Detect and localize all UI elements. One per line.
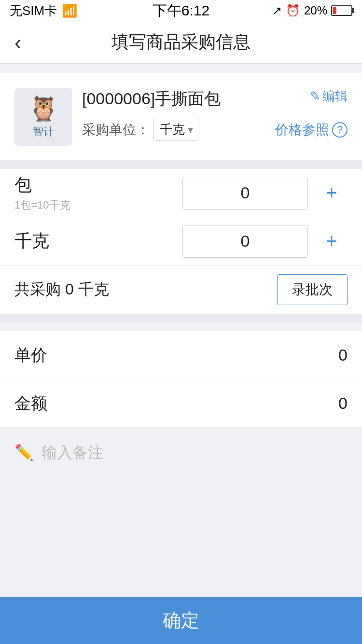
edit-label: 编辑	[322, 88, 348, 105]
status-left: 无SIM卡 📶	[10, 2, 77, 19]
page-title: 填写商品采购信息	[111, 30, 251, 54]
kg-label-group: 千克	[14, 229, 82, 253]
status-bar: 无SIM卡 📶 下午6:12 ↗ ⏰ 20%	[0, 0, 362, 21]
total-label: 共采购 0 千克	[14, 279, 109, 300]
battery-icon	[331, 5, 352, 16]
product-image: 🦉 智计	[14, 88, 72, 146]
kg-label: 千克	[14, 229, 82, 253]
unit-price-label: 单价	[14, 344, 47, 366]
unit-value: 千克	[160, 121, 185, 138]
status-time: 下午6:12	[153, 1, 209, 21]
bag-sub-label: 1包=10千克	[14, 198, 82, 212]
unit-row: 采购单位： 千克 ▾ 价格参照 ?	[82, 119, 348, 140]
alarm-icon: ⏰	[286, 4, 300, 17]
wifi-icon: 📶	[62, 3, 77, 18]
price-ref-button[interactable]: 价格参照 ?	[275, 121, 348, 139]
unit-label: 采购单位：	[82, 121, 150, 139]
product-info: [0000006]手撕面包 ✎ 编辑 采购单位： 千克 ▾ 价格参照 ?	[82, 88, 348, 140]
unit-price-value: 0	[338, 346, 348, 364]
confirm-label: 确定	[163, 608, 199, 633]
bag-field-wrap: +	[82, 177, 348, 210]
record-batch-button[interactable]: 录批次	[277, 274, 348, 305]
product-logo-text: 智计	[33, 125, 54, 139]
nav-bar: ‹ 填写商品采购信息	[0, 21, 362, 64]
product-name-row: [0000006]手撕面包 ✎ 编辑	[82, 88, 348, 110]
carrier-label: 无SIM卡	[10, 2, 57, 19]
amount-label: 金额	[14, 392, 47, 415]
kg-plus-button[interactable]: +	[316, 225, 348, 257]
remarks-placeholder: 输入备注	[42, 442, 103, 463]
bag-label-group: 包 1包=10千克	[14, 173, 82, 212]
product-card: 🦉 智计 [0000006]手撕面包 ✎ 编辑 采购单位： 千克 ▾ 价格参照 …	[0, 73, 362, 160]
chevron-down-icon: ▾	[188, 124, 193, 136]
price-ref-label: 价格参照	[275, 121, 329, 139]
bag-input-row: 包 1包=10千克 +	[0, 169, 362, 217]
pencil-icon: ✏️	[14, 443, 34, 462]
help-icon: ?	[332, 122, 348, 138]
remarks-section[interactable]: ✏️ 输入备注	[0, 428, 362, 486]
section-divider-2	[0, 314, 362, 322]
bag-input[interactable]	[182, 177, 308, 210]
bag-label: 包	[14, 173, 82, 197]
product-logo-icon: 🦉	[28, 95, 58, 123]
kg-field-wrap: +	[82, 225, 348, 258]
status-right: ↗ ⏰ 20%	[272, 4, 352, 17]
kg-input-row: 千克 +	[0, 217, 362, 266]
back-button[interactable]: ‹	[14, 32, 22, 53]
kg-input[interactable]	[182, 225, 308, 258]
total-row: 共采购 0 千克 录批次	[0, 266, 362, 314]
location-icon: ↗	[272, 4, 282, 17]
amount-row: 金额 0	[0, 379, 362, 428]
edit-icon: ✎	[310, 89, 320, 104]
confirm-button[interactable]: 确定	[0, 597, 362, 644]
amount-value: 0	[338, 394, 348, 413]
input-section: 包 1包=10千克 + 千克 +	[0, 169, 362, 266]
battery-percent: 20%	[304, 4, 327, 17]
edit-button[interactable]: ✎ 编辑	[310, 88, 348, 105]
bag-plus-button[interactable]: +	[316, 177, 348, 209]
section-divider-1	[0, 160, 362, 169]
product-name: [0000006]手撕面包	[82, 88, 221, 110]
unit-price-row: 单价 0	[0, 331, 362, 379]
unit-select[interactable]: 千克 ▾	[153, 119, 199, 140]
price-detail-section: 单价 0 金额 0	[0, 331, 362, 428]
